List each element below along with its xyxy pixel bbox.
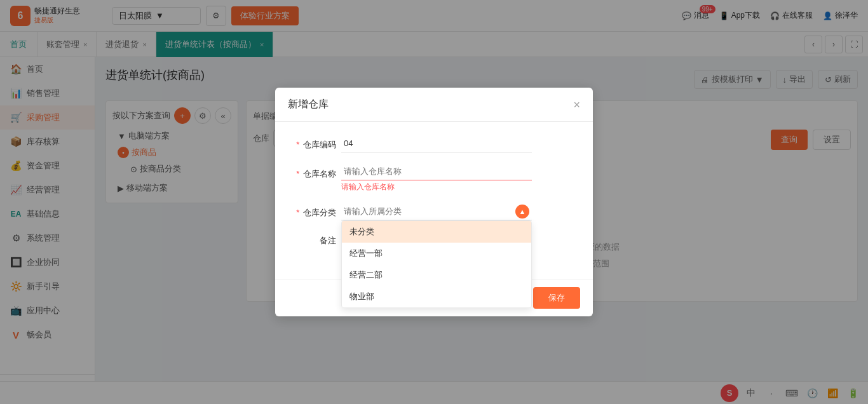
modal-overlay[interactable]: 新增仓库 × * 仓库编码 * 仓库名称 xyxy=(0,0,868,404)
dropdown-item-dept3[interactable]: 物业部 xyxy=(342,286,531,307)
category-dropdown-toggle[interactable]: ▲ xyxy=(515,205,529,219)
modal-body: * 仓库编码 * 仓库名称 请输入仓库名称 xyxy=(275,122,593,279)
warehouse-code-input[interactable] xyxy=(341,135,532,152)
dropdown-item-dept2[interactable]: 经营二部 xyxy=(342,264,531,286)
warehouse-name-row: * 仓库名称 请输入仓库名称 xyxy=(290,163,578,192)
dropdown-item-dept1[interactable]: 经营一部 xyxy=(342,243,531,264)
warehouse-name-input[interactable] xyxy=(341,163,532,180)
warehouse-code-label: * 仓库编码 xyxy=(290,135,341,151)
modal-header: 新增仓库 × xyxy=(275,88,593,122)
modal-close-button[interactable]: × xyxy=(573,99,580,111)
warehouse-code-row: * 仓库编码 xyxy=(290,135,578,152)
warehouse-name-error: 请输入仓库名称 xyxy=(341,182,578,192)
warehouse-category-row: * 仓库分类 ▲ 未分类 经营一部 经营二部 物业部 xyxy=(290,203,578,220)
save-button[interactable]: 保存 xyxy=(533,287,580,309)
warehouse-name-label: * 仓库名称 xyxy=(290,164,341,180)
modal-title: 新增仓库 xyxy=(288,98,329,111)
dropdown-item-unclassified[interactable]: 未分类 xyxy=(342,221,531,243)
warehouse-category-input[interactable] xyxy=(341,203,532,220)
warehouse-category-label: * 仓库分类 xyxy=(290,203,341,219)
category-dropdown: 未分类 经营一部 经营二部 物业部 xyxy=(341,220,532,308)
warehouse-note-label: 备注 xyxy=(290,231,341,246)
modal-add-warehouse: 新增仓库 × * 仓库编码 * 仓库名称 xyxy=(275,88,593,316)
warehouse-category-select-wrapper: ▲ 未分类 经营一部 经营二部 物业部 xyxy=(341,203,532,220)
